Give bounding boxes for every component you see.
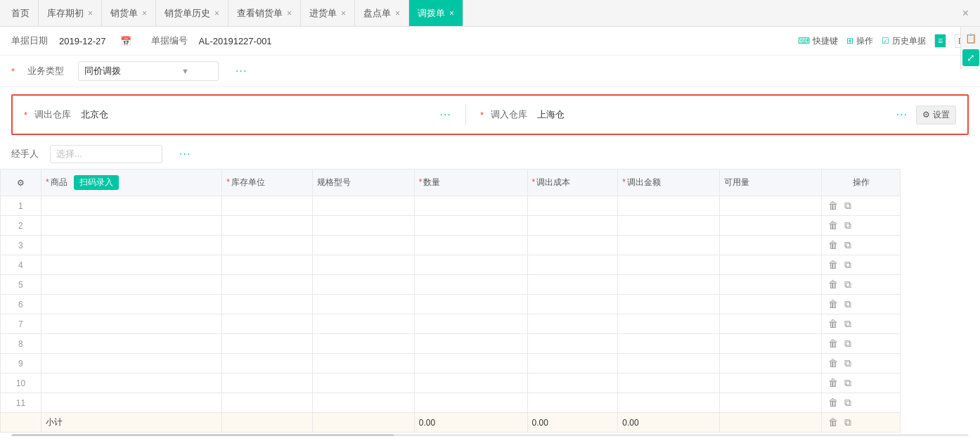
history-button[interactable]: ☑ 历史单据 [882,35,926,47]
transfer-out-value[interactable]: 北京仓 [81,108,108,121]
tab-view-sales[interactable]: 查看销货单 × [228,0,301,26]
row-goods-cell[interactable] [41,295,221,314]
row-goods-cell[interactable] [41,334,221,354]
row-delete-icon[interactable]: 🗑 [828,219,838,231]
row-num-cell: 3 [1,236,41,255]
tab-inventory-check[interactable]: 盘点单 × [355,0,409,26]
row-qty-cell[interactable] [414,314,527,334]
row-copy-icon[interactable]: ⧉ [844,239,851,250]
row-qty-cell[interactable] [414,255,527,275]
tab-inventory-init[interactable]: 库存期初 × [39,0,102,26]
tab-purchase[interactable]: 进货单 × [301,0,355,26]
row-cost-cell[interactable] [527,236,618,255]
row-goods-cell[interactable] [41,216,221,236]
row-delete-icon[interactable]: 🗑 [828,338,838,349]
row-copy-icon[interactable]: ⧉ [844,397,851,408]
row-goods-cell[interactable] [41,196,221,216]
row-copy-icon[interactable]: ⧉ [844,338,851,349]
layout-toggle-1[interactable]: ≡ [934,34,946,48]
row-delete-icon[interactable]: 🗑 [828,397,838,408]
row-qty-cell[interactable] [414,374,527,393]
row-qty-cell[interactable] [414,196,527,216]
transfer-in-more-button[interactable]: ··· [896,108,908,121]
row-delete-icon[interactable]: 🗑 [828,318,838,329]
row-copy-icon[interactable]: ⧉ [844,357,851,369]
row-copy-icon[interactable]: ⧉ [844,298,851,310]
row-copy-icon[interactable]: ⧉ [844,200,851,211]
subtotal-spec-cell [312,413,414,433]
horizontal-scrollbar[interactable] [11,434,969,436]
row-copy-icon[interactable]: ⧉ [844,377,851,388]
row-delete-icon[interactable]: 🗑 [828,377,838,388]
row-cost-cell[interactable] [527,216,618,236]
tab-inventory-check-close[interactable]: × [395,8,400,18]
sidebar-document-icon[interactable]: 📋 [962,30,979,46]
row-delete-icon[interactable]: 🗑 [828,239,838,250]
subtotal-delete-icon[interactable]: 🗑 [828,416,838,428]
row-qty-cell[interactable] [414,275,527,295]
row-cost-cell[interactable] [527,255,618,275]
col-gear-header[interactable]: ⚙ [1,170,41,196]
biz-type-chevron-icon: ▼ [181,67,189,75]
tab-sales-order-close[interactable]: × [142,8,147,18]
tab-inventory-init-close[interactable]: × [88,8,93,18]
row-goods-cell[interactable] [41,314,221,334]
row-cost-cell[interactable] [527,295,618,314]
tab-transfer[interactable]: 调拨单 × [409,0,463,26]
row-qty-cell[interactable] [414,216,527,236]
close-all-tabs-button[interactable]: × [954,7,977,20]
agent-more-button[interactable]: ··· [179,148,191,160]
row-goods-cell[interactable] [41,374,221,393]
sidebar-expand-icon[interactable]: ⤢ [962,49,979,66]
row-cost-cell[interactable] [527,374,618,393]
row-goods-cell[interactable] [41,275,221,295]
actions-button[interactable]: ⊞ 操作 [846,35,873,47]
row-delete-icon[interactable]: 🗑 [828,298,838,310]
row-goods-cell[interactable] [41,255,221,275]
row-avail-cell [719,393,821,413]
shortcuts-button[interactable]: ⌨ 快捷键 [798,35,838,47]
row-unit-cell [222,236,313,255]
row-goods-cell[interactable] [41,393,221,413]
tab-view-sales-close[interactable]: × [287,8,292,18]
tab-sales-order[interactable]: 销货单 × [102,0,156,26]
row-cost-cell[interactable] [527,393,618,413]
row-goods-cell[interactable] [41,236,221,255]
row-delete-icon[interactable]: 🗑 [828,200,838,211]
row-num-cell: 8 [1,334,41,354]
row-copy-icon[interactable]: ⧉ [844,318,851,329]
row-copy-icon[interactable]: ⧉ [844,279,851,290]
row-qty-cell[interactable] [414,354,527,374]
row-qty-cell[interactable] [414,334,527,354]
row-cost-cell[interactable] [527,196,618,216]
date-value[interactable]: 2019-12-27 [59,36,106,46]
agent-select[interactable]: 选择... [50,145,162,163]
row-copy-icon[interactable]: ⧉ [844,219,851,231]
biz-type-select[interactable]: 同价调拨 ▼ [78,61,219,81]
row-delete-icon[interactable]: 🗑 [828,259,838,270]
row-qty-cell[interactable] [414,295,527,314]
row-cost-cell[interactable] [527,334,618,354]
transfer-out-more-button[interactable]: ··· [440,108,451,121]
tab-sales-history[interactable]: 销货单历史 × [156,0,228,26]
tab-transfer-close[interactable]: × [449,8,454,18]
transfer-in-value[interactable]: 上海仓 [537,108,565,121]
row-cost-cell[interactable] [527,314,618,334]
row-cost-cell[interactable] [527,275,618,295]
settings-button[interactable]: ⚙ 设置 [916,106,956,125]
row-qty-cell[interactable] [414,236,527,255]
scan-button[interactable]: 扫码录入 [74,175,119,190]
row-goods-cell[interactable] [41,354,221,374]
biz-type-more-button[interactable]: ··· [236,65,247,77]
table-gear-icon: ⚙ [17,178,25,188]
subtotal-copy-icon[interactable]: ⧉ [844,416,851,428]
row-delete-icon[interactable]: 🗑 [828,279,838,290]
tab-home[interactable]: 首页 [3,0,39,26]
row-cost-cell[interactable] [527,354,618,374]
calendar-icon[interactable]: 📅 [120,36,131,46]
row-qty-cell[interactable] [414,393,527,413]
tab-sales-history-close[interactable]: × [214,8,219,18]
tab-purchase-close[interactable]: × [341,8,346,18]
row-delete-icon[interactable]: 🗑 [828,357,838,369]
row-copy-icon[interactable]: ⧉ [844,259,851,270]
